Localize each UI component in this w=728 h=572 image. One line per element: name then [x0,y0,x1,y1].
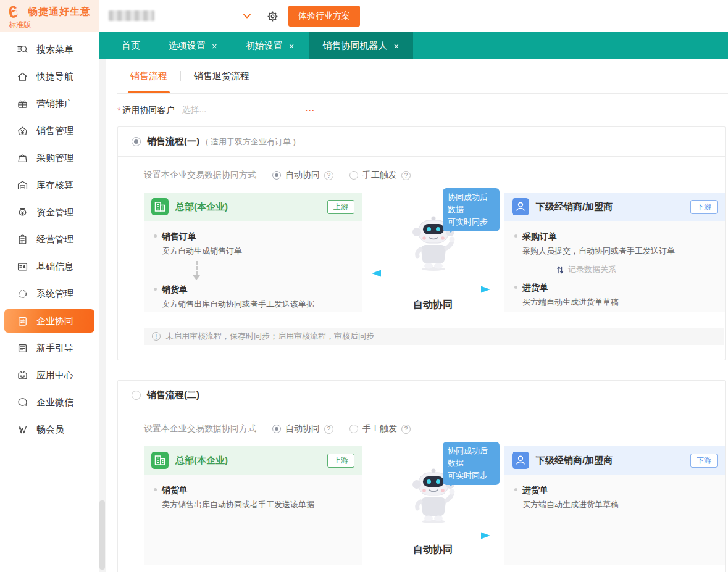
content-tabbar: 销售流程 销售退货流程 [117,59,728,94]
option-auto-collab[interactable]: 自动协同 ? [272,423,333,434]
collab-customer-input[interactable]: 选择... ··· [182,101,324,120]
org-selector[interactable] [106,5,254,27]
tab-sales-flow[interactable]: 销售流程 [130,59,167,93]
help-icon[interactable]: ? [401,425,411,434]
required-mark: * [117,106,120,115]
sales-flow-2-radio[interactable] [132,391,141,400]
help-icon[interactable]: ? [324,171,333,180]
section-title: 销售流程(二) [147,389,199,401]
sales-flow-2-section: 销售流程(二) 设置本企业交易数据协同方式 自动协同 ? 手工触发 ? [117,380,726,572]
close-icon[interactable]: × [394,41,400,51]
tv-smiley-icon [17,370,28,381]
close-icon[interactable]: × [212,41,217,51]
person-icon [512,452,529,469]
window-tab-options[interactable]: 选项设置 × [154,32,232,59]
downstream-tag: 下游 [690,454,718,468]
sales-flow-1-radio[interactable] [132,137,141,146]
auto-collab-label: 自动协同 [362,299,504,312]
sidebar-item-enterprise-collab[interactable]: 企业协同 [4,309,94,333]
home-icon [17,71,28,83]
warehouse-icon [17,180,28,191]
sidebar-item-app-center[interactable]: 应用中心 [0,362,99,389]
collaboration-icon [17,315,28,327]
downstream-card: 下级经销商/加盟商 下游 进货单 买方端自动生成进货单草稿 [504,446,725,565]
sidebar-item-wecom[interactable]: 企业微信 [0,389,99,416]
main-content: 销售流程 销售退货流程 * 适用协同客户 选择... ··· 销售流程(一) (… [106,59,728,572]
sidebar-item-basic-info[interactable]: 基础信息 [0,253,99,280]
sidebar-item-quick-nav[interactable]: 快捷导航 [0,63,99,90]
section-subtitle: ( 适用于双方企业有订单 ) [206,136,296,147]
collab-customer-label: 适用协同客户 [122,105,174,116]
close-icon[interactable]: × [289,41,295,51]
sales-flow-1-section: 销售流程(一) ( 适用于双方企业有订单 ) 设置本企业交易数据协同方式 自动协… [117,126,726,360]
window-tab-init[interactable]: 初始设置 × [232,32,309,59]
settings-gear-button[interactable] [267,10,278,22]
gear-icon [267,10,278,22]
option-manual-trigger[interactable]: 手工触发 ? [349,423,411,434]
chat-bubble-icon [17,397,28,408]
upstream-tag: 上游 [327,200,354,214]
upstream-card: 总部(本企业) 上游 销售订单 卖方自动生成销售订单 销货单 卖方销售出库自动协… [144,193,362,312]
more-options-button[interactable]: ··· [305,106,324,115]
sidebar: 搜索菜单 快捷导航 营销推广 销售管理 采购管理 库存核算 资金管理 经营管理 … [0,32,99,572]
flow-down-arrow-icon [193,261,199,280]
clipboard-icon [17,234,28,246]
sidebar-item-marketing[interactable]: 营销推广 [0,90,99,117]
window-tab-home[interactable]: 首页 [107,32,154,59]
upstream-tag: 上游 [327,454,354,468]
scrollbar-thumb[interactable] [99,500,105,570]
sidebar-item-purchase-mgmt[interactable]: 采购管理 [0,144,99,172]
building-icon [151,198,169,215]
collab-mode-settings: 设置本企业交易数据协同方式 自动协同 ? 手工触发 ? [144,421,725,436]
window-tabbar: 首页 选项设置 × 初始设置 × 销售协同机器人 × [99,32,728,59]
downstream-tag: 下游 [690,200,718,214]
auto-collab-label: 自动协同 [362,544,504,557]
auto-collab-radio[interactable] [272,425,281,433]
building-icon [151,452,169,469]
record-data-relation: 记录数据关系 [555,264,716,275]
sync-tooltip: 协同成功后数据 可实时同步 [443,188,500,231]
sidebar-item-newbie-guide[interactable]: 新手引导 [0,334,99,362]
upstream-card: 总部(本企业) 上游 销货单 卖方销售出库自动协同或者手工发送该单据 [144,446,362,565]
collab-middle-zone: 协同成功后数据 可实时同步 [362,193,504,312]
collab-mode-settings: 设置本企业交易数据协同方式 自动协同 ? 手工触发 ? [144,168,725,183]
sales-house-icon [17,125,28,137]
help-icon[interactable]: ? [401,171,411,180]
sidebar-item-funds[interactable]: 资金管理 [0,199,99,226]
brand-logo-icon: 6 [8,2,25,21]
option-auto-collab[interactable]: 自动协同 ? [272,170,333,181]
guide-book-icon [17,342,28,354]
sidebar-item-search-menu[interactable]: 搜索菜单 [0,36,99,63]
manual-trigger-radio[interactable] [349,425,358,433]
edition-label: 标准版 [9,20,99,30]
person-icon [512,198,529,215]
brand-block: 6 畅捷通好生意 标准版 [0,0,99,32]
auto-collab-radio[interactable] [272,171,281,180]
v-member-icon [17,424,28,436]
help-icon[interactable]: ? [324,425,333,434]
org-name-redacted [109,10,154,21]
sidebar-item-member[interactable]: 畅会员 [0,416,99,443]
sidebar-item-operations[interactable]: 经营管理 [0,226,99,253]
shopping-bag-icon [17,152,28,164]
sidebar-item-sales-mgmt[interactable]: 销售管理 [0,117,99,144]
sidebar-item-system[interactable]: 系统管理 [0,280,99,307]
manual-trigger-radio[interactable] [349,171,358,180]
input-placeholder: 选择... [182,104,206,115]
option-manual-trigger[interactable]: 手工触发 ? [349,170,411,181]
setting-label: 设置本企业交易数据协同方式 [144,423,256,434]
info-icon: ! [152,332,161,341]
sync-tooltip: 协同成功后数据 可实时同步 [443,442,500,485]
collab-customer-form-row: * 适用协同客户 选择... ··· [106,94,728,126]
id-card-icon [17,261,28,273]
chevron-down-icon[interactable] [242,11,252,21]
sync-arrow-right-icon [370,285,492,294]
downstream-card: 下级经销商/加盟商 下游 采购订单 采购人员提交，自动协同或者手工发送订单 记录… [504,193,725,312]
sales-flow-2-header: 销售流程(二) [118,381,725,410]
experience-industry-plan-button[interactable]: 体验行业方案 [288,6,360,27]
sidebar-item-inventory[interactable]: 库存核算 [0,172,99,199]
search-icon [17,44,28,56]
money-bag-icon [17,207,28,218]
tab-sales-return-flow[interactable]: 销售退货流程 [194,59,249,93]
window-tab-sales-collab-robot[interactable]: 销售协同机器人 × [309,32,414,59]
